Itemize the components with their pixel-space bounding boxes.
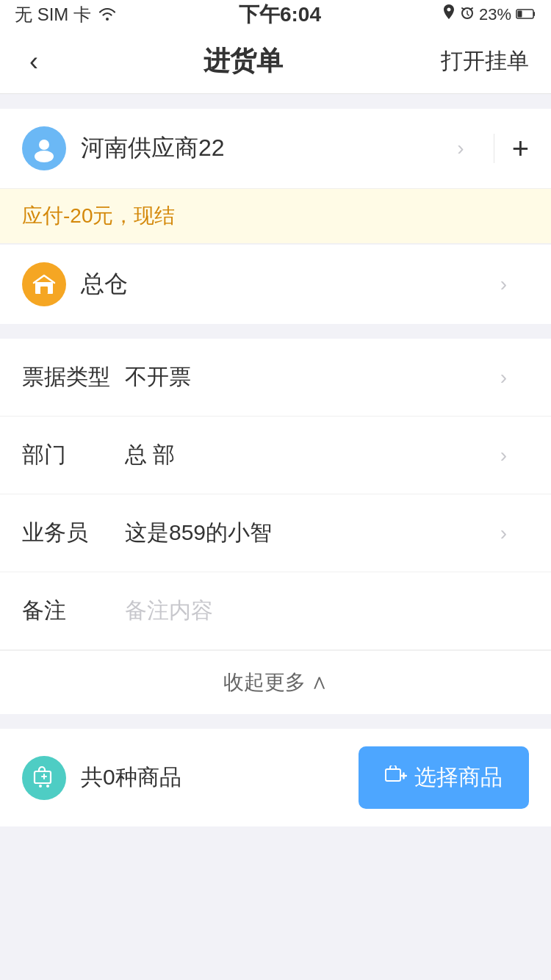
svg-point-3 — [39, 140, 49, 150]
product-cart-icon — [22, 756, 66, 800]
section-gap-1 — [0, 94, 551, 109]
warehouse-row[interactable]: 总仓 › — [0, 244, 551, 324]
invoice-type-row[interactable]: 票据类型 不开票 › — [0, 339, 551, 417]
nav-bar: ‹ 进货单 打开挂单 — [0, 29, 551, 94]
location-icon — [442, 4, 455, 25]
invoice-type-label: 票据类型 — [22, 362, 110, 392]
supplier-divider — [494, 134, 494, 163]
svg-point-4 — [35, 151, 54, 162]
status-left: 无 SIM 卡 — [15, 3, 118, 26]
form-section: 票据类型 不开票 › 部门 总 部 › 业务员 这是859的小智 › 备注 备注… — [0, 339, 551, 714]
department-chevron-icon: › — [500, 444, 507, 467]
notice-banner: 应付-20元，现结 — [0, 189, 551, 244]
salesperson-row[interactable]: 业务员 这是859的小智 › — [0, 494, 551, 572]
product-count: 共0种商品 — [81, 763, 359, 793]
remark-placeholder[interactable]: 备注内容 — [110, 596, 529, 626]
battery-icon — [516, 5, 536, 24]
salesperson-label: 业务员 — [22, 518, 110, 548]
collapse-button[interactable]: 收起更多 ∧ — [0, 650, 551, 714]
wifi-icon — [97, 4, 118, 25]
department-value: 总 部 — [110, 440, 500, 470]
select-product-button[interactable]: 选择商品 — [359, 746, 529, 809]
supplier-row[interactable]: 河南供应商22 › + — [0, 109, 551, 189]
back-button[interactable]: ‹ — [22, 39, 46, 84]
collapse-label: 收起更多 ∧ — [223, 671, 328, 693]
supplier-chevron-icon: › — [457, 137, 464, 160]
status-time: 下午6:04 — [239, 1, 321, 29]
remark-row[interactable]: 备注 备注内容 — [0, 572, 551, 650]
select-product-icon — [385, 765, 407, 790]
warehouse-name: 总仓 — [81, 268, 500, 300]
warehouse-icon — [22, 262, 66, 306]
battery-percentage: 23% — [479, 5, 511, 24]
product-section: 共0种商品 选择商品 — [0, 729, 551, 826]
supplier-avatar — [22, 126, 66, 170]
salesperson-chevron-icon: › — [500, 522, 507, 545]
select-product-label: 选择商品 — [414, 763, 503, 793]
supplier-name: 河南供应商22 — [81, 132, 457, 165]
svg-rect-10 — [386, 769, 400, 781]
notice-text: 应付-20元，现结 — [22, 204, 175, 227]
svg-point-9 — [46, 785, 49, 788]
department-row[interactable]: 部门 总 部 › — [0, 417, 551, 494]
svg-rect-2 — [517, 11, 522, 18]
remark-label: 备注 — [22, 596, 110, 626]
page-title: 进货单 — [204, 43, 283, 79]
salesperson-value: 这是859的小智 — [110, 518, 500, 548]
add-supplier-button[interactable]: + — [512, 132, 529, 165]
svg-rect-6 — [40, 287, 48, 294]
status-bar: 无 SIM 卡 下午6:04 23% — [0, 0, 551, 29]
svg-point-8 — [39, 785, 42, 788]
signal-text: 无 SIM 卡 — [15, 3, 91, 26]
alarm-icon — [460, 5, 475, 24]
department-label: 部门 — [22, 440, 110, 470]
warehouse-chevron-icon: › — [500, 273, 507, 296]
status-right: 23% — [442, 4, 536, 25]
supplier-section: 河南供应商22 › + 应付-20元，现结 总仓 › — [0, 109, 551, 324]
invoice-type-chevron-icon: › — [500, 366, 507, 389]
invoice-type-value: 不开票 — [110, 362, 500, 392]
open-pending-button[interactable]: 打开挂单 — [441, 46, 529, 76]
